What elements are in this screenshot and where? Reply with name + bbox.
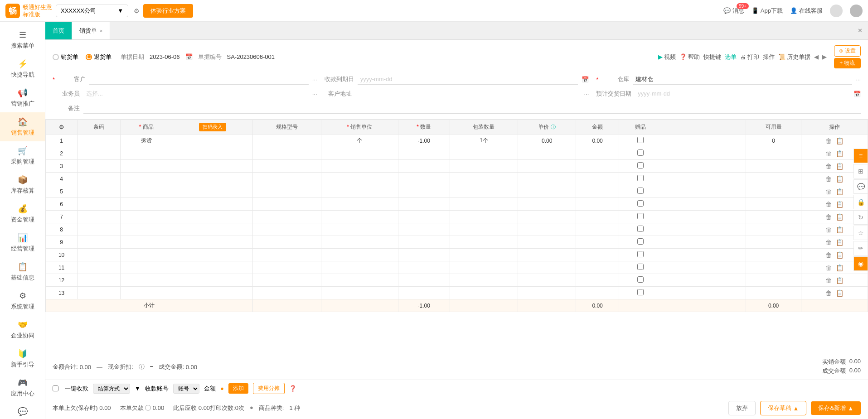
message-item[interactable]: 💬 消息 99+ <box>723 7 744 15</box>
salesman-more-icon[interactable]: ··· <box>312 91 317 97</box>
row-price[interactable] <box>518 198 576 211</box>
row-gift[interactable] <box>619 211 662 223</box>
row-amount[interactable] <box>576 274 619 287</box>
row-qty[interactable] <box>398 274 450 287</box>
warehouse-more-icon[interactable]: ··· <box>856 76 861 83</box>
row-price[interactable] <box>518 236 576 249</box>
row-qty[interactable] <box>398 160 450 173</box>
row-unit[interactable] <box>321 185 398 198</box>
row-gift[interactable] <box>619 287 662 299</box>
nav-prev-icon[interactable]: ◀ <box>814 53 819 60</box>
row-pkg-qty[interactable] <box>450 236 518 249</box>
row-qty[interactable] <box>398 236 450 249</box>
row-unit[interactable] <box>321 223 398 236</box>
row-barcode[interactable] <box>78 211 121 223</box>
row-pkg-qty[interactable] <box>450 185 518 198</box>
row-barcode[interactable] <box>78 147 121 160</box>
expected-date-calendar-icon[interactable]: 📅 <box>853 91 861 97</box>
row-barcode[interactable] <box>78 223 121 236</box>
row-gift[interactable] <box>619 173 662 185</box>
copy-row-icon[interactable]: 📋 <box>836 163 844 170</box>
row-product[interactable] <box>121 287 172 299</box>
sidebar-item-basics[interactable]: 📋 基础信息 <box>0 257 45 286</box>
row-pkg-qty[interactable] <box>450 147 518 160</box>
copy-row-icon[interactable]: 📋 <box>836 239 844 246</box>
row-amount[interactable] <box>576 211 619 223</box>
gift-checkbox[interactable] <box>637 276 644 283</box>
company-selector[interactable]: XXXXXX公司 ▼ <box>56 5 128 17</box>
row-barcode[interactable] <box>78 160 121 173</box>
row-pkg-qty[interactable] <box>450 261 518 274</box>
sidebar-item-operations[interactable]: 📊 经营管理 <box>0 228 45 257</box>
online-service-item[interactable]: 👤 在线客服 <box>790 7 823 15</box>
row-price[interactable] <box>518 185 576 198</box>
row-product[interactable] <box>121 185 172 198</box>
row-product[interactable] <box>121 160 172 173</box>
nav-next-icon[interactable]: ▶ <box>822 53 827 60</box>
row-product[interactable] <box>121 236 172 249</box>
sidebar-item-guide[interactable]: 🔰 新手引导 <box>0 344 45 373</box>
row-price[interactable] <box>518 160 576 173</box>
row-spec[interactable] <box>253 287 321 299</box>
row-unit[interactable] <box>321 198 398 211</box>
delete-row-icon[interactable]: 🗑 <box>825 264 832 271</box>
grid-view-btn[interactable]: ⊞ <box>853 164 868 178</box>
bookmark-btn[interactable]: ☆ <box>853 226 868 240</box>
row-barcode[interactable] <box>78 173 121 185</box>
row-product[interactable]: 拆货 <box>121 135 172 147</box>
row-price[interactable] <box>518 249 576 261</box>
row-price[interactable] <box>518 223 576 236</box>
row-price[interactable] <box>518 147 576 160</box>
row-gift[interactable] <box>619 147 662 160</box>
row-pkg-qty[interactable] <box>450 223 518 236</box>
print-btn[interactable]: 🖨 打印 <box>740 53 759 61</box>
row-amount[interactable] <box>576 185 619 198</box>
row-barcode[interactable] <box>78 236 121 249</box>
row-spec[interactable] <box>253 173 321 185</box>
row-price[interactable] <box>518 261 576 274</box>
edit-float-btn[interactable]: ✏ <box>853 241 868 255</box>
copy-row-icon[interactable]: 📋 <box>836 289 844 297</box>
app-download-item[interactable]: 📱 App下载 <box>752 7 783 15</box>
expense-button[interactable]: 费用分摊 <box>253 383 285 394</box>
copy-row-icon[interactable]: 📋 <box>836 277 844 284</box>
row-unit[interactable] <box>321 249 398 261</box>
row-qty[interactable] <box>398 173 450 185</box>
sidebar-item-system[interactable]: ⚙ 系统管理 <box>0 286 45 315</box>
row-product[interactable] <box>121 261 172 274</box>
tab-sale-order[interactable]: 销货单 × <box>72 22 110 39</box>
row-unit[interactable] <box>321 236 398 249</box>
row-pkg-qty[interactable] <box>450 160 518 173</box>
tab-close-icon[interactable]: × <box>100 28 102 34</box>
gift-checkbox[interactable] <box>637 188 644 194</box>
scan-button[interactable]: 扫码录入 <box>199 123 226 131</box>
delete-row-icon[interactable]: 🗑 <box>825 163 832 170</box>
video-btn[interactable]: ▶ 视频 <box>658 53 676 61</box>
save-draft-button[interactable]: 保存草稿 ▲ <box>760 401 807 415</box>
setting-button[interactable]: ⊙ 设置 <box>834 45 861 57</box>
row-pkg-qty[interactable] <box>450 211 518 223</box>
row-gift[interactable] <box>619 236 662 249</box>
due-date-input[interactable] <box>358 74 578 85</box>
row-price[interactable] <box>518 173 576 185</box>
row-price[interactable] <box>518 274 576 287</box>
sidebar-item-marketing[interactable]: 📢 营销推广 <box>0 83 45 112</box>
salesman-input[interactable] <box>83 88 309 99</box>
sidebar-item-enterprise[interactable]: 🤝 企业协同 <box>0 315 45 344</box>
discard-button[interactable]: 放弃 <box>728 401 756 415</box>
row-qty[interactable] <box>398 198 450 211</box>
row-price[interactable] <box>518 211 576 223</box>
row-amount[interactable]: 0.00 <box>576 135 619 147</box>
avatar2[interactable] <box>850 5 863 17</box>
row-unit[interactable] <box>321 261 398 274</box>
row-spec[interactable] <box>253 160 321 173</box>
one-click-payment-checkbox[interactable] <box>53 385 58 391</box>
row-qty[interactable] <box>398 223 450 236</box>
row-gift[interactable] <box>619 261 662 274</box>
calendar-icon[interactable]: 📅 <box>185 53 193 60</box>
row-amount[interactable] <box>576 261 619 274</box>
th-settings[interactable]: ⚙ <box>46 120 78 135</box>
sidebar-item-apps[interactable]: 🎮 应用中心 <box>0 373 45 402</box>
row-barcode[interactable] <box>78 274 121 287</box>
row-barcode[interactable] <box>78 287 121 299</box>
